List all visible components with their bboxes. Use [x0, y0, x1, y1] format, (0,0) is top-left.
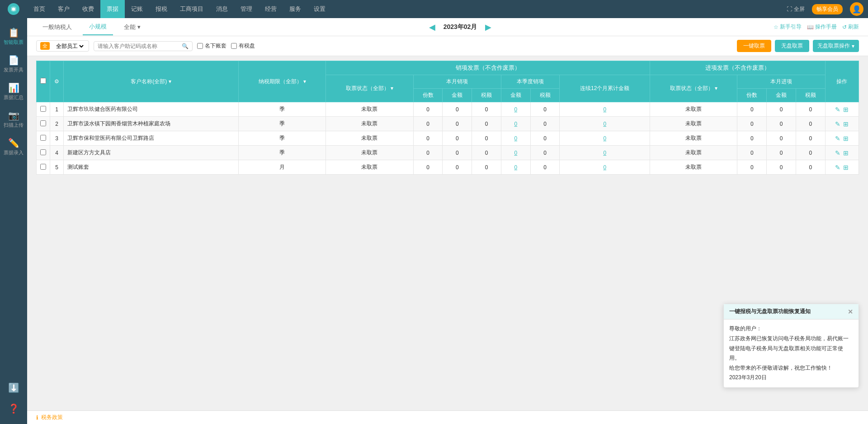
period-navigation: ◀ 2023年02月 ▶ [151, 21, 769, 33]
row-checkbox[interactable] [40, 106, 46, 112]
fullscreen-btn[interactable]: ⛶ 全屏 [787, 5, 805, 13]
nav-service[interactable]: 服务 [283, 0, 307, 18]
row-quarter-tax: 0 [530, 102, 560, 117]
view-icon[interactable]: ⊞ [843, 164, 849, 171]
refresh-btn[interactable]: ↺ 刷新 [842, 23, 859, 31]
tab-small-scale[interactable]: 小规模 [83, 19, 113, 35]
purchase-status-filter-icon[interactable]: ▾ [715, 85, 717, 91]
manual-btn[interactable]: 📖 操作手册 [807, 23, 837, 31]
select-all-checkbox[interactable] [40, 78, 46, 84]
nav-manage[interactable]: 管理 [234, 0, 259, 18]
row-checkbox[interactable] [40, 149, 46, 155]
sidebar-item-help[interactable]: ❓ [6, 399, 22, 419]
bottom-bar[interactable]: ℹ 税务政策 [27, 410, 868, 424]
edit-icon[interactable]: ✎ [835, 106, 840, 113]
row-sales-tax: 0 [472, 117, 501, 131]
view-icon[interactable]: ⊞ [843, 106, 849, 113]
edit-icon[interactable]: ✎ [835, 149, 840, 157]
my-accounts-checkbox[interactable] [197, 43, 203, 49]
one-click-retrieve-button[interactable]: 一键取票 [737, 40, 771, 52]
has-taxdisk-checkbox-label[interactable]: 有税盘 [231, 42, 255, 50]
row-checkbox-cell[interactable] [37, 117, 50, 131]
row-checkbox-cell[interactable] [37, 131, 50, 146]
row-checkbox[interactable] [40, 164, 46, 170]
row-sales-tax: 0 [472, 102, 501, 117]
nav-message[interactable]: 消息 [210, 0, 234, 18]
invoice-entry-icon: ✏️ [8, 138, 19, 148]
employee-filter[interactable]: 全 全部员工 [36, 40, 89, 52]
row-checkbox-cell[interactable] [37, 160, 50, 175]
left-sidebar: 📋 智能取票 📄 发票开具 📊 票据汇总 📷 扫描上传 ✏️ 票据录入 ⬇️ ❓ [0, 18, 27, 424]
nav-business2[interactable]: 经营 [259, 0, 283, 18]
row-sales-status: 未取票 [326, 131, 413, 146]
search-input[interactable] [98, 43, 179, 49]
next-period-button[interactable]: ▶ [481, 21, 495, 33]
row-checkbox-cell[interactable] [37, 102, 50, 117]
row-quarter-amount[interactable]: 0 [501, 160, 530, 175]
row-actions: ✎ ⊞ [825, 102, 859, 117]
nav-home[interactable]: 首页 [27, 0, 52, 18]
row-checkbox[interactable] [40, 135, 46, 141]
diskless-retrieve-ops-button[interactable]: 无盘取票操作 ▾ [813, 40, 859, 52]
sidebar-item-invoice-open[interactable]: 📄 发票开具 [0, 50, 27, 78]
nav-billing[interactable]: 收费 [76, 0, 100, 18]
edit-icon[interactable]: ✎ [835, 164, 840, 171]
row-consecutive-12[interactable]: 0 [560, 131, 650, 146]
sales-status-filter-icon[interactable]: ▾ [391, 85, 393, 91]
sidebar-item-invoice-summary[interactable]: 📊 票据汇总 [0, 78, 27, 105]
prev-period-button[interactable]: ◀ [425, 21, 439, 33]
purchase-amount-header: 金额 [767, 89, 796, 102]
row-quarter-amount[interactable]: 0 [501, 146, 530, 160]
tax-period-filter-icon[interactable]: ▾ [303, 78, 306, 85]
nav-customer[interactable]: 客户 [52, 0, 76, 18]
row-purchase-status: 未取票 [650, 102, 737, 117]
notification-close-button[interactable]: ✕ [848, 308, 853, 315]
new-guide-btn[interactable]: ☆ 新手引导 [774, 23, 802, 31]
user-avatar[interactable]: 👤 [850, 2, 863, 16]
row-checkbox-cell[interactable] [37, 146, 50, 160]
row-consecutive-12[interactable]: 0 [560, 160, 650, 175]
diskless-retrieve-button[interactable]: 无盘取票 [775, 40, 809, 52]
row-purchase-amount: 0 [767, 160, 796, 175]
row-purchase-amount: 0 [767, 146, 796, 160]
row-consecutive-12[interactable]: 0 [560, 102, 650, 117]
tab-all[interactable]: 全能 ▾ [118, 19, 147, 35]
vip-button[interactable]: 畅享会员 [812, 4, 843, 14]
download-icon: ⬇️ [8, 382, 19, 393]
row-checkbox[interactable] [40, 120, 46, 126]
view-icon[interactable]: ⊞ [843, 120, 849, 128]
row-actions: ✎ ⊞ [825, 160, 859, 175]
sidebar-item-smart-ticket[interactable]: 📋 智能取票 [0, 23, 27, 50]
row-quarter-amount[interactable]: 0 [501, 102, 530, 117]
nav-tax[interactable]: 报税 [149, 0, 174, 18]
row-purchase-copies: 0 [737, 117, 767, 131]
sidebar-item-invoice-entry[interactable]: ✏️ 票据录入 [0, 133, 27, 161]
view-icon[interactable]: ⊞ [843, 149, 849, 157]
has-taxdisk-checkbox[interactable] [231, 43, 237, 49]
nav-business[interactable]: 工商项目 [174, 0, 210, 18]
sales-invoice-header: 销项发票（不含作废票） [326, 61, 650, 75]
row-consecutive-12[interactable]: 0 [560, 146, 650, 160]
row-no-cell: 3 [50, 131, 64, 146]
invoice-summary-icon: 📊 [8, 82, 19, 93]
sidebar-item-download[interactable]: ⬇️ [6, 378, 22, 399]
tab-general-taxpayer[interactable]: 一般纳税人 [36, 19, 78, 35]
row-consecutive-12[interactable]: 0 [560, 117, 650, 131]
nav-invoice[interactable]: 票据 [100, 0, 125, 18]
row-quarter-amount[interactable]: 0 [501, 117, 530, 131]
sidebar-bottom: ⬇️ ❓ [6, 378, 22, 424]
row-quarter-amount[interactable]: 0 [501, 131, 530, 146]
my-accounts-checkbox-label[interactable]: 名下账套 [197, 42, 226, 50]
quarter-tax-header: 税额 [530, 89, 560, 102]
sidebar-item-scan-upload[interactable]: 📷 扫描上传 [0, 105, 27, 133]
employee-select[interactable]: 全部员工 [54, 43, 85, 50]
view-icon[interactable]: ⊞ [843, 135, 849, 142]
nav-settings[interactable]: 设置 [307, 0, 332, 18]
app-logo[interactable] [5, 0, 23, 18]
edit-icon[interactable]: ✎ [835, 135, 840, 142]
toolbar-right-buttons: 一键取票 无盘取票 无盘取票操作 ▾ [737, 40, 859, 52]
search-icon[interactable]: 🔍 [182, 43, 189, 49]
filter-icon[interactable]: ▾ [169, 78, 171, 85]
edit-icon[interactable]: ✎ [835, 120, 840, 128]
nav-bookkeeping[interactable]: 记账 [125, 0, 149, 18]
